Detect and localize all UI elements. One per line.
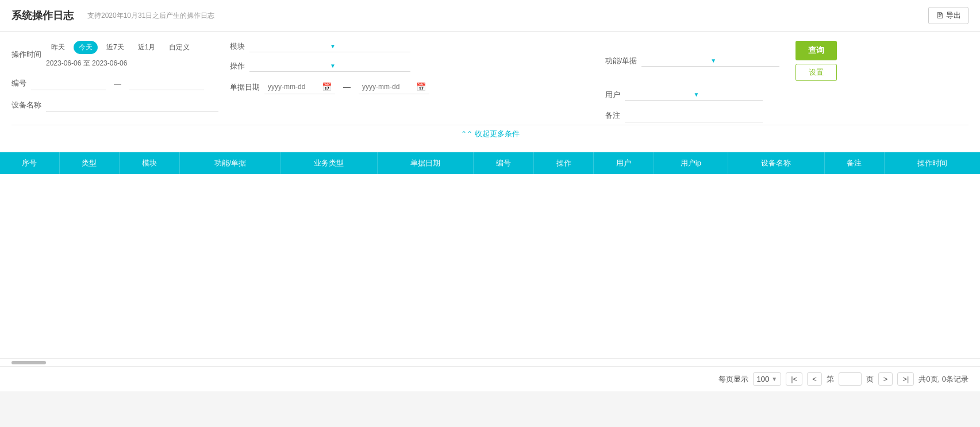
page-title: 系统操作日志 bbox=[11, 9, 74, 22]
first-page-button[interactable]: |< bbox=[786, 372, 802, 386]
pagination: 每页显示 100 ▼ |< < 第 1 页 > >| 共0页, 0条记录 bbox=[0, 366, 980, 391]
next-page-button[interactable]: > bbox=[878, 372, 893, 386]
table-col-类型: 类型 bbox=[59, 152, 119, 174]
table-section: 序号类型模块功能/单据业务类型单据日期编号操作用户用户ip设备名称备注操作时间 bbox=[0, 152, 980, 358]
operation-chevron-icon: ▼ bbox=[330, 63, 406, 69]
operation-filter: 操作 ▼ bbox=[230, 60, 594, 72]
function-dropdown[interactable]: ▼ bbox=[641, 55, 779, 67]
module-dropdown[interactable]: ▼ bbox=[249, 41, 410, 52]
page-size-chevron-icon: ▼ bbox=[771, 376, 777, 382]
time-filter-block: 昨天 今天 近7天 近1月 自定义 2023-06-06 至 2023-06-0… bbox=[46, 41, 195, 68]
page-size-dropdown[interactable]: 100 ▼ bbox=[753, 372, 782, 386]
user-filter: 用户 ▼ bbox=[605, 89, 969, 101]
page-subtitle: 支持2020年10月31日之后产生的操作日志 bbox=[87, 11, 214, 21]
device-input[interactable] bbox=[46, 98, 218, 112]
time-btn-custom[interactable]: 自定义 bbox=[164, 41, 195, 54]
page-number-input[interactable]: 1 bbox=[839, 372, 862, 386]
scrollbar-thumb[interactable] bbox=[11, 361, 46, 364]
table-col-用户: 用户 bbox=[594, 152, 654, 174]
empty-area bbox=[0, 174, 980, 358]
user-dropdown[interactable]: ▼ bbox=[625, 89, 763, 101]
calendar-end-icon: 📅 bbox=[416, 82, 426, 91]
table-col-设备名称: 设备名称 bbox=[728, 152, 824, 174]
module-chevron-icon: ▼ bbox=[330, 43, 406, 49]
table-col-编号: 编号 bbox=[474, 152, 533, 174]
table-col-操作时间: 操作时间 bbox=[884, 152, 980, 174]
table-col-操作: 操作 bbox=[533, 152, 593, 174]
page-header: 系统操作日志 支持2020年10月31日之后产生的操作日志 🖹 导出 bbox=[0, 0, 980, 32]
collapse-label: 收起更多条件 bbox=[475, 129, 520, 139]
operation-time-label: 操作时间 bbox=[11, 49, 41, 60]
device-filter: 设备名称 bbox=[11, 98, 218, 112]
remark-filter: 备注 bbox=[605, 109, 969, 122]
number-label: 编号 bbox=[11, 78, 26, 89]
remark-label: 备注 bbox=[605, 110, 620, 121]
voucher-date-filter: 单据日期 📅 — 📅 bbox=[230, 80, 594, 94]
page-unit: 页 bbox=[866, 374, 874, 384]
table-header-row: 序号类型模块功能/单据业务类型单据日期编号操作用户用户ip设备名称备注操作时间 bbox=[0, 152, 980, 174]
number-sep: — bbox=[114, 79, 121, 88]
module-label: 模块 bbox=[230, 41, 245, 52]
device-label: 设备名称 bbox=[11, 100, 41, 110]
time-btn-1month[interactable]: 近1月 bbox=[133, 41, 161, 54]
table-col-用户ip: 用户ip bbox=[654, 152, 728, 174]
data-table: 序号类型模块功能/单据业务类型单据日期编号操作用户用户ip设备名称备注操作时间 bbox=[0, 152, 980, 174]
date-end-picker[interactable]: 📅 bbox=[359, 80, 429, 94]
time-btn-yesterday[interactable]: 昨天 bbox=[46, 41, 70, 54]
table-header: 序号类型模块功能/单据业务类型单据日期编号操作用户用户ip设备名称备注操作时间 bbox=[0, 152, 980, 174]
date-start-input[interactable] bbox=[268, 83, 320, 91]
number-end-input[interactable] bbox=[129, 76, 204, 90]
date-range-display: 2023-06-06 至 2023-06-06 bbox=[46, 59, 195, 68]
operation-dropdown[interactable]: ▼ bbox=[249, 60, 410, 72]
remark-input[interactable] bbox=[625, 109, 763, 122]
table-col-业务类型: 业务类型 bbox=[281, 152, 378, 174]
function-chevron-icon: ▼ bbox=[710, 57, 775, 64]
query-button[interactable]: 查询 bbox=[795, 41, 837, 60]
user-chevron-icon: ▼ bbox=[694, 91, 758, 98]
filter-panel: 操作时间 昨天 今天 近7天 近1月 自定义 2023-06-06 至 2023… bbox=[0, 32, 980, 152]
time-btn-7days[interactable]: 近7天 bbox=[101, 41, 129, 54]
voucher-date-label: 单据日期 bbox=[230, 82, 260, 93]
collapse-chevron-icon: ⌃⌃ bbox=[461, 130, 472, 138]
settings-button[interactable]: 设置 bbox=[795, 64, 837, 81]
export-icon: 🖹 bbox=[936, 11, 944, 20]
date-sep: — bbox=[343, 83, 351, 91]
page-label: 第 bbox=[827, 374, 834, 384]
number-filter: 编号 — bbox=[11, 76, 218, 90]
scrollbar-area[interactable] bbox=[0, 358, 980, 366]
table-col-模块: 模块 bbox=[120, 152, 179, 174]
function-filter: 功能/单据 ▼ 查询 设置 bbox=[605, 41, 969, 81]
table-col-序号: 序号 bbox=[0, 152, 59, 174]
table-col-单据日期: 单据日期 bbox=[377, 152, 474, 174]
page-size-label: 每页显示 bbox=[718, 374, 748, 384]
date-start-picker[interactable]: 📅 bbox=[264, 80, 335, 94]
date-end-input[interactable] bbox=[362, 83, 414, 91]
last-page-button[interactable]: >| bbox=[897, 372, 914, 386]
module-filter: 模块 ▼ bbox=[230, 41, 594, 52]
number-start-input[interactable] bbox=[31, 76, 106, 90]
time-btn-today[interactable]: 今天 bbox=[74, 41, 98, 54]
page-summary: 共0页, 0条记录 bbox=[918, 374, 969, 384]
collapse-button[interactable]: ⌃⌃ 收起更多条件 bbox=[11, 125, 969, 143]
table-col-备注: 备注 bbox=[824, 152, 884, 174]
operation-time-filter: 操作时间 昨天 今天 近7天 近1月 自定义 2023-06-06 至 2023… bbox=[11, 41, 218, 68]
operation-label: 操作 bbox=[230, 61, 245, 71]
calendar-start-icon: 📅 bbox=[322, 82, 332, 91]
export-label: 导出 bbox=[946, 10, 961, 21]
page-size-value: 100 bbox=[757, 375, 770, 383]
export-button[interactable]: 🖹 导出 bbox=[928, 7, 969, 24]
prev-page-button[interactable]: < bbox=[807, 372, 822, 386]
time-options: 昨天 今天 近7天 近1月 自定义 bbox=[46, 41, 195, 54]
function-label: 功能/单据 bbox=[605, 56, 637, 66]
table-col-功能/单据: 功能/单据 bbox=[179, 152, 280, 174]
user-label: 用户 bbox=[605, 90, 620, 100]
